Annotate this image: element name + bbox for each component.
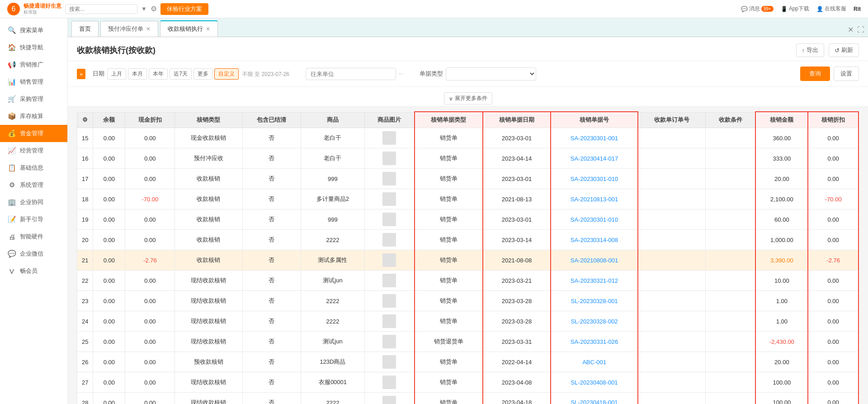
sidebar-item-quick-nav[interactable]: 🏠快捷导航 xyxy=(0,39,67,56)
date-btn-this-year[interactable]: 本年 xyxy=(149,68,168,80)
app-download[interactable]: 📱 App下载 xyxy=(781,5,809,13)
sidebar-item-marketing[interactable]: 📢营销推广 xyxy=(0,56,67,73)
table-row: 16 0.00 0.00 预付冲应收 否 老白干 销货单 2023-04-14 … xyxy=(77,148,859,169)
cancel-bill-link[interactable]: SA-20230301-010 xyxy=(571,216,618,223)
cell-receipt-order xyxy=(638,189,706,209)
cell-receipt-terms xyxy=(706,189,756,209)
top-bar-left: 6 畅捷通谐好生意 标准版 ▼ ⚙ 休验行业方案 xyxy=(7,3,736,15)
cell-include-cleared: 否 xyxy=(242,352,301,372)
tab-prepay[interactable]: 预付冲应付单 ✕ xyxy=(100,21,158,37)
sidebar-item-enterprise[interactable]: 🏢企业协同 xyxy=(0,194,67,211)
tab-home[interactable]: 首页 xyxy=(71,21,99,37)
sidebar-item-inventory[interactable]: 📦库存核算 xyxy=(0,108,67,125)
cell-cash-discount: 0.00 xyxy=(125,311,175,332)
refresh-icon: ↺ xyxy=(835,47,840,54)
tab-expand-icon[interactable]: ⛶ xyxy=(857,26,864,34)
from-unit-dots[interactable]: ··· xyxy=(399,71,403,77)
from-unit-input[interactable] xyxy=(306,68,396,80)
cell-receipt-terms xyxy=(706,148,756,169)
tab-collection[interactable]: 收款核销执行 ✕ xyxy=(160,20,218,37)
sidebar-item-purchase[interactable]: 🛒采购管理 xyxy=(0,90,67,108)
cancel-bill-link[interactable]: SL-20230328-001 xyxy=(571,298,618,304)
tab-prepay-close[interactable]: ✕ xyxy=(146,26,151,32)
cancel-bill-link[interactable]: SL-20230418-001 xyxy=(571,399,618,404)
cell-id: 27 xyxy=(77,372,93,393)
bill-type-select[interactable]: 销货单 销货退货单 xyxy=(446,67,536,81)
cell-receipt-terms xyxy=(706,250,756,271)
table-header-row: ⚙ 余额 现金折扣 核销类型 包含已结清 商品 商品图片 核销单据类型 核销单据… xyxy=(77,112,859,128)
cancel-bill-link[interactable]: SA-20230414-017 xyxy=(571,155,618,162)
sidebar-item-business[interactable]: 📈经营管理 xyxy=(0,142,67,159)
refresh-btn[interactable]: ↺ 刷新 xyxy=(829,43,859,57)
search-top-input[interactable] xyxy=(65,4,137,14)
cancel-bill-link[interactable]: SA-20230321-012 xyxy=(571,277,618,284)
cell-cancel-bill-no: SL-20230328-001 xyxy=(551,291,637,311)
cell-product-img xyxy=(364,393,415,404)
cancel-bill-link[interactable]: SA-20210813-001 xyxy=(571,196,618,203)
tab-close-all-icon[interactable]: ✕ xyxy=(848,25,854,34)
filter-bar: » 日期 上月 本月 本年 近7天 更多 自定义 不限 至 2023-07-26 xyxy=(68,61,868,87)
th-balance: 余额 xyxy=(93,112,125,128)
sidebar-label-purchase: 采购管理 xyxy=(20,95,43,103)
date-btn-this-month[interactable]: 本月 xyxy=(128,68,147,80)
cell-id: 18 xyxy=(77,189,93,209)
cell-cancel-discount: -2.76 xyxy=(808,250,859,271)
date-btn-last-month[interactable]: 上月 xyxy=(107,68,126,80)
cell-product-img xyxy=(364,250,415,271)
table-row: 15 0.00 0.00 现金收款核销 否 老白干 销货单 2023-03-01… xyxy=(77,128,859,148)
cancel-bill-link[interactable]: SA-20230301-010 xyxy=(571,176,618,182)
cancel-bill-link[interactable]: SL-20230328-002 xyxy=(571,318,618,325)
tab-collection-close[interactable]: ✕ xyxy=(206,26,210,32)
cell-product-img xyxy=(364,128,415,148)
export-icon: ↑ xyxy=(802,47,805,54)
sidebar-label-system: 系统管理 xyxy=(20,181,43,189)
settings-btn[interactable]: 设置 xyxy=(834,67,859,81)
expand-conditions-btn[interactable]: ∨ 展开更多条件 xyxy=(444,92,492,105)
cancel-bill-link[interactable]: ABC-001 xyxy=(582,359,606,366)
cell-cash-discount: 0.00 xyxy=(125,128,175,148)
query-btn[interactable]: 查询 xyxy=(800,67,830,81)
export-btn[interactable]: ↑ 导出 xyxy=(796,43,825,57)
th-gear[interactable]: ⚙ xyxy=(77,112,93,128)
date-btn-last-7days[interactable]: 近7天 xyxy=(170,68,192,80)
sidebar-item-vip[interactable]: V畅会员 xyxy=(0,262,67,280)
online-service[interactable]: 👤 在线客服 xyxy=(816,5,846,13)
cancel-bill-link[interactable]: SA-20210808-001 xyxy=(571,257,618,264)
cancel-bill-link[interactable]: SA-20230301-001 xyxy=(571,135,618,142)
th-cancel-bill-type: 核销单据类型 xyxy=(415,112,483,128)
sidebar-item-system[interactable]: ⚙系统管理 xyxy=(0,176,67,194)
sidebar-item-finance[interactable]: 💰资金管理 xyxy=(0,125,67,142)
cell-cancel-bill-date: 2023-03-21 xyxy=(483,271,551,291)
sidebar-item-guide[interactable]: 📝新手引导 xyxy=(0,211,67,228)
cell-cash-discount: 0.00 xyxy=(125,271,175,291)
table-row: 19 0.00 0.00 收款核销 否 999 销货单 2023-03-01 S… xyxy=(77,209,859,230)
th-receipt-terms: 收款条件 xyxy=(706,112,756,128)
sidebar-item-weixin[interactable]: 💬企业微信 xyxy=(0,245,67,262)
cell-receipt-order xyxy=(638,148,706,169)
cancel-bill-link[interactable]: SA-20230314-008 xyxy=(571,237,618,243)
cancel-bill-link[interactable]: SA-20230331-026 xyxy=(571,338,618,345)
messages-area[interactable]: 💬 消息 99+ xyxy=(741,5,774,13)
sidebar-item-smart-hw[interactable]: 🖨智能硬件 xyxy=(0,228,67,245)
sidebar-label-finance: 资金管理 xyxy=(20,129,43,138)
sidebar-item-search-menu[interactable]: 🔍搜索菜单 xyxy=(0,22,67,39)
date-btn-custom[interactable]: 自定义 xyxy=(214,68,239,80)
cancel-bill-link[interactable]: SL-20230408-001 xyxy=(571,379,618,386)
cell-cancel-bill-type: 销货单 xyxy=(415,230,483,250)
filter-collapse-btn[interactable]: » xyxy=(77,69,85,79)
date-btn-more[interactable]: 更多 xyxy=(193,68,212,80)
cell-id: 17 xyxy=(77,169,93,189)
sidebar-item-sales[interactable]: 📊销售管理 xyxy=(0,73,67,90)
settings-icon[interactable]: ⚙ xyxy=(151,5,157,13)
cell-include-cleared: 否 xyxy=(242,189,301,209)
dropdown-arrow[interactable]: ▼ xyxy=(141,5,147,12)
user-name[interactable]: Rit xyxy=(854,6,861,12)
cell-include-cleared: 否 xyxy=(242,230,301,250)
cell-cancel-bill-date: 2023-04-14 xyxy=(483,148,551,169)
cell-product: 衣服00001 xyxy=(301,372,365,393)
cell-cancel-bill-no: SA-20230314-008 xyxy=(551,230,637,250)
sidebar-item-basic-info[interactable]: 📋基础信息 xyxy=(0,159,67,176)
cell-cancel-bill-no: SA-20210808-001 xyxy=(551,250,637,271)
cell-cancel-bill-date: 2023-03-31 xyxy=(483,332,551,352)
industry-btn[interactable]: 休验行业方案 xyxy=(160,3,208,15)
